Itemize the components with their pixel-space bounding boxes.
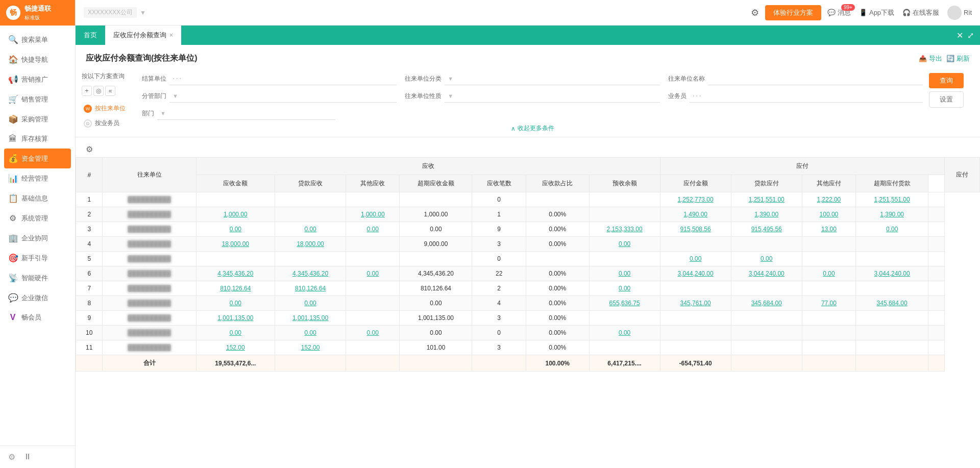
table-cell[interactable]: 0.00	[802, 266, 855, 281]
table-cell[interactable]: 0.00	[196, 222, 275, 237]
sidebar-item-search[interactable]: 🔍 搜索菜单	[0, 30, 75, 50]
table-row[interactable]: 1██████████01,252,773.001,251,551.001,22…	[76, 192, 980, 207]
table-cell[interactable]: 1,222.00	[802, 192, 855, 207]
table-cell[interactable]: 0.00	[731, 252, 802, 266]
add-filter-icon[interactable]: +	[82, 86, 92, 96]
messages-item[interactable]: 💬 消息 99+	[827, 8, 851, 17]
table-cell[interactable]: 345,684.00	[856, 296, 928, 311]
tabbar-close-icon[interactable]: ✕	[957, 31, 963, 40]
table-row[interactable]: 4██████████18,000.0018,000.009,000.0030.…	[76, 237, 980, 252]
promo-button[interactable]: 体验行业方案	[765, 5, 821, 20]
tab-close-icon[interactable]: ×	[169, 32, 173, 39]
partner-name-input[interactable]	[708, 72, 923, 85]
sidebar-item-wechat[interactable]: 💬 企业微信	[0, 288, 75, 308]
table-cell[interactable]: 0.00	[589, 281, 660, 296]
table-row[interactable]: 11██████████152.00152.00101.0030.00%	[76, 340, 980, 355]
table-cell[interactable]	[196, 192, 275, 207]
refresh-button[interactable]: 🔄 刷新	[946, 54, 970, 63]
table-cell[interactable]	[275, 192, 346, 207]
table-cell[interactable]	[660, 281, 731, 296]
table-cell[interactable]	[589, 311, 660, 326]
table-cell[interactable]	[802, 237, 855, 252]
table-cell[interactable]: 1,000.00	[196, 207, 275, 222]
table-cell[interactable]: 810,126.64	[275, 281, 346, 296]
sidebar-item-operation[interactable]: 📊 经营管理	[0, 168, 75, 188]
table-cell[interactable]: 152.00	[275, 340, 346, 355]
table-row[interactable]: 3██████████0.000.000.000.0090.00%2,153,3…	[76, 222, 980, 237]
table-cell[interactable]: 915,508.56	[660, 222, 731, 237]
sidebar-item-enterprise[interactable]: 🏢 企业协同	[0, 228, 75, 248]
table-cell[interactable]	[346, 237, 400, 252]
table-settings-icon[interactable]: ⚙	[86, 144, 93, 154]
filter-view2[interactable]: ⊙ 按业务员	[82, 116, 136, 131]
table-cell[interactable]	[660, 340, 731, 355]
table-cell[interactable]: 3,044,240.00	[856, 266, 928, 281]
topbar-settings-icon[interactable]: ⚙	[751, 7, 759, 18]
table-cell[interactable]	[856, 281, 928, 296]
table-cell[interactable]	[731, 237, 802, 252]
table-cell[interactable]	[731, 340, 802, 355]
table-cell[interactable]: 655,636.75	[589, 296, 660, 311]
sidebar-item-sales[interactable]: 🛒 销售管理	[0, 89, 75, 109]
table-cell[interactable]: 18,000.00	[196, 237, 275, 252]
sidebar-item-member[interactable]: V 畅会员	[0, 308, 75, 327]
edit-filter-icon[interactable]: ◎	[93, 86, 104, 96]
table-cell[interactable]: 0.00	[275, 296, 346, 311]
sidebar-item-hardware[interactable]: 📡 智能硬件	[0, 268, 75, 288]
table-cell[interactable]: 810,126.64	[196, 281, 275, 296]
table-cell[interactable]: 0.00	[275, 326, 346, 340]
table-cell[interactable]: 4,345,436.20	[275, 266, 346, 281]
table-row[interactable]: 6██████████4,345,436.204,345,436.200.004…	[76, 266, 980, 281]
table-cell[interactable]	[802, 252, 855, 266]
table-cell[interactable]	[856, 326, 928, 340]
table-cell[interactable]: 100.00	[802, 207, 855, 222]
table-row[interactable]: 2██████████1,000.001,000.001,000.0010.00…	[76, 207, 980, 222]
table-cell[interactable]	[275, 207, 346, 222]
table-cell[interactable]	[660, 326, 731, 340]
table-cell[interactable]: 0.00	[589, 237, 660, 252]
table-cell[interactable]: 2,153,333.00	[589, 222, 660, 237]
table-cell[interactable]: 0.00	[589, 266, 660, 281]
table-cell[interactable]	[856, 311, 928, 326]
table-cell[interactable]: 0.00	[196, 296, 275, 311]
table-cell[interactable]: 345,684.00	[731, 296, 802, 311]
footer-collapse-icon[interactable]: ⏸	[23, 452, 32, 462]
table-row[interactable]: 10██████████0.000.000.000.0000.00%0.00	[76, 326, 980, 340]
settlement-unit-input[interactable]: ···	[169, 72, 397, 85]
filter-view1[interactable]: W 按往来单位	[82, 101, 136, 116]
table-cell[interactable]	[346, 296, 400, 311]
table-cell[interactable]: 1,252,773.00	[660, 192, 731, 207]
filter-collapse-btn[interactable]: ∧ 收起更多条件	[142, 124, 923, 133]
sidebar-item-finance[interactable]: 💰 资金管理	[4, 149, 71, 168]
table-cell[interactable]	[589, 207, 660, 222]
app-download-item[interactable]: 📱 App下载	[859, 8, 894, 17]
table-cell[interactable]: 0.00	[346, 326, 400, 340]
table-cell[interactable]: 1,001,135.00	[196, 311, 275, 326]
export-button[interactable]: 📤 导出	[919, 54, 942, 63]
tabbar-expand-icon[interactable]: ⤢	[967, 31, 974, 40]
table-cell[interactable]: 13.00	[802, 222, 855, 237]
table-cell[interactable]: 1,251,551.00	[731, 192, 802, 207]
table-cell[interactable]: 1,390.00	[731, 207, 802, 222]
table-cell[interactable]	[802, 326, 855, 340]
table-cell[interactable]	[660, 237, 731, 252]
partner-nature-select[interactable]: ▼	[445, 89, 659, 103]
query-button[interactable]: 查询	[929, 73, 964, 88]
table-cell[interactable]: 4,345,436.20	[196, 266, 275, 281]
service-item[interactable]: 🎧 在线客服	[902, 8, 939, 17]
table-cell[interactable]: 0.00	[196, 326, 275, 340]
table-cell[interactable]	[802, 281, 855, 296]
table-cell[interactable]: 3,044,240.00	[731, 266, 802, 281]
table-cell[interactable]: 0.00	[346, 222, 400, 237]
table-row[interactable]: 8██████████0.000.000.0040.00%655,636.753…	[76, 296, 980, 311]
table-cell[interactable]: 1,000.00	[346, 207, 400, 222]
sidebar-item-inventory[interactable]: 🏛 库存核算	[0, 129, 75, 149]
sidebar-item-newbie[interactable]: 🎯 新手引导	[0, 248, 75, 268]
table-cell[interactable]	[346, 252, 400, 266]
sidebar-item-basic[interactable]: 📋 基础信息	[0, 188, 75, 208]
table-cell[interactable]	[589, 252, 660, 266]
table-cell[interactable]	[346, 281, 400, 296]
salesperson-input[interactable]: ···	[690, 89, 923, 103]
table-cell[interactable]: 0.00	[275, 222, 346, 237]
table-cell[interactable]: 18,000.00	[275, 237, 346, 252]
